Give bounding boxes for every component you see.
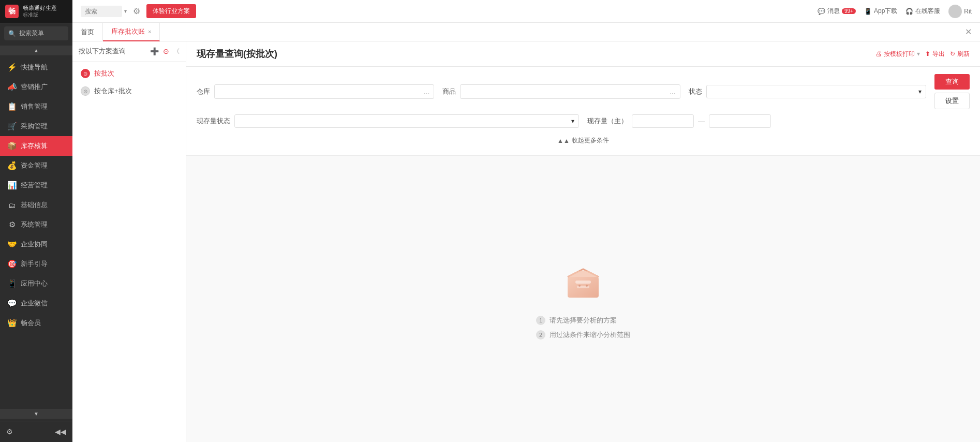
sidebar-item-inventory[interactable]: 📦 库存核算 [0,136,72,156]
plan-item-batch[interactable]: ⊙ 按批次 [72,65,186,82]
left-panel: 按以下方案查询 ➕ ⊙ 《 ⊙ 按批次 ⊙ 按仓库+批次 [72,41,186,442]
inventory-status-select[interactable]: ▾ [234,114,579,128]
sidebar-item-system[interactable]: ⚙ 系统管理 [0,215,72,234]
plan-warehouse-batch-icon: ⊙ [81,86,90,96]
plan-batch-label: 按批次 [94,69,114,78]
settings-btn[interactable]: 设置 [934,93,970,109]
goods-dots-btn[interactable]: ... [670,87,676,96]
filter-inventory-status: 现存量状态 ▾ [197,114,579,128]
status-select[interactable]: ▾ [706,85,926,98]
sidebar-item-marketing[interactable]: 📣 营销推广 [0,77,72,97]
plan-list: ⊙ 按批次 ⊙ 按仓库+批次 [72,62,186,103]
sidebar-item-enterprise[interactable]: 🤝 企业协同 [0,234,72,254]
collapse-filter-icon: ▲▲ [557,137,570,144]
user-menu-btn[interactable]: Rit [948,5,972,18]
topbar-right: 💬 消息 99+ 📱 App下载 🎧 在线客服 Rit [818,5,972,18]
print-dropdown-icon[interactable]: ▾ [917,50,920,57]
sidebar-item-member[interactable]: 👑 畅会员 [0,313,72,333]
inventory-qty-min[interactable] [632,114,694,128]
sidebar-item-quick-nav[interactable]: ⚡ 快捷导航 [0,57,72,77]
sidebar-scroll-down: ▼ [0,407,72,421]
plan-item-warehouse-batch[interactable]: ⊙ 按仓库+批次 [72,82,186,100]
online-service-btn[interactable]: 🎧 在线客服 [905,7,940,16]
sidebar-item-purchase[interactable]: 🛒 采购管理 [0,116,72,136]
sidebar-item-newguide[interactable]: 🎯 新手引导 [0,254,72,274]
svg-point-4 [586,285,588,287]
scroll-down-btn[interactable]: ▼ [0,409,72,419]
topbar-search-area: ▾ [81,6,127,17]
left-panel-actions: ➕ ⊙ 《 [150,47,180,56]
goods-input[interactable]: ... [460,84,680,99]
sidebar-search[interactable]: 🔍 搜索菜单 [4,26,68,40]
message-icon: 💬 [818,8,825,15]
settings-plan-icon[interactable]: ⊙ [163,47,169,55]
sidebar-icon-finance: 💰 [7,161,17,170]
sidebar-item-operation[interactable]: 📊 经营管理 [0,175,72,195]
filter-row-2: 现存量状态 ▾ 现存量（主） — [197,114,970,128]
left-panel-title: 按以下方案查询 [79,47,126,56]
topbar-search-dropdown-icon[interactable]: ▾ [124,8,127,14]
topbar-gear-icon[interactable]: ⚙ [133,6,140,16]
sidebar-header: 畅 畅康通好生意 标准版 [0,0,72,23]
trial-btn[interactable]: 体验行业方案 [146,4,196,18]
tab-inventory-batch[interactable]: 库存批次账 × [103,23,160,41]
topbar-left: ▾ ⚙ 体验行业方案 [81,4,196,18]
add-plan-icon[interactable]: ➕ [150,47,159,55]
tab-home[interactable]: 首页 [72,23,103,41]
collapse-filter-btn[interactable]: ▲▲ 收起更多条件 [197,133,970,148]
sidebar-item-basic[interactable]: 🗂 基础信息 [0,195,72,215]
sidebar-nav: ⚡ 快捷导航 📣 营销推广 📋 销售管理 🛒 采购管理 📦 库存核算 💰 资金管… [0,57,72,407]
scroll-up-btn[interactable]: ▲ [0,46,72,55]
filter-goods: 商品 ... [442,84,680,99]
refresh-icon: ↻ [950,50,955,57]
message-badge: 99+ [842,8,856,14]
print-btn[interactable]: 🖨 按模板打印 ▾ [875,50,920,58]
sidebar-scroll-up: ▲ [0,43,72,57]
empty-state: 1 请先选择要分析的方案 2 用过滤条件来缩小分析范围 [186,156,980,442]
sidebar-icon-newguide: 🎯 [7,259,17,269]
sidebar-item-finance[interactable]: 💰 资金管理 [0,156,72,175]
app-download-btn[interactable]: 📱 App下载 [864,7,897,16]
sidebar-label-member: 畅会员 [21,318,41,328]
sidebar-label-system: 系统管理 [21,220,48,229]
tab-close-btn[interactable]: × [148,28,151,35]
tab-panel-close-btn[interactable]: ✕ [957,27,980,37]
filter-row-1: 仓库 ... 商品 ... [197,74,970,109]
query-btn[interactable]: 查询 [934,74,970,90]
user-avatar [948,5,962,18]
sidebar-icon-appcenter: 📱 [7,279,17,288]
tab-home-label: 首页 [81,27,94,37]
empty-step-1: 1 请先选择要分析的方案 [536,316,630,325]
plan-warehouse-batch-label: 按仓库+批次 [94,86,132,96]
sidebar-item-wechat[interactable]: 💬 企业微信 [0,293,72,313]
sidebar-icon-inventory: 📦 [7,141,17,151]
main-area: ▾ ⚙ 体验行业方案 💬 消息 99+ 📱 App下载 🎧 在线客服 Rit [72,0,980,442]
header-actions: 🖨 按模板打印 ▾ ⬆ 导出 ↻ 刷新 [875,50,970,65]
sidebar-icon-quick-nav: ⚡ [7,63,17,72]
topbar-search-input[interactable] [81,6,122,17]
collapse-sidebar-btn[interactable]: ◀◀ [53,425,68,438]
svg-rect-1 [575,281,591,284]
app-edition: 标准版 [23,11,57,19]
settings-icon[interactable]: ⚙ [4,425,15,438]
sidebar-item-sales[interactable]: 📋 销售管理 [0,97,72,116]
sidebar-label-quick-nav: 快捷导航 [21,63,48,72]
warehouse-input[interactable]: ... [214,84,434,99]
sidebar-label-sales: 销售管理 [21,102,48,111]
sidebar-icon-enterprise: 🤝 [7,240,17,249]
export-btn[interactable]: ⬆ 导出 [925,50,945,58]
sidebar-icon-member: 👑 [7,318,17,328]
sidebar-item-appcenter[interactable]: 📱 应用中心 [0,274,72,293]
sidebar-label-enterprise: 企业协同 [21,240,48,249]
refresh-btn[interactable]: ↻ 刷新 [950,50,970,58]
inventory-qty-separator: — [698,117,705,125]
inventory-qty-max[interactable] [709,114,771,128]
sidebar-icon-operation: 📊 [7,181,17,190]
empty-steps: 1 请先选择要分析的方案 2 用过滤条件来缩小分析范围 [536,316,630,345]
sidebar-label-purchase: 采购管理 [21,122,48,131]
collapse-panel-icon[interactable]: 《 [173,47,180,56]
message-label: 消息 [827,7,840,16]
warehouse-dots-btn[interactable]: ... [424,87,430,96]
sidebar-icon-marketing: 📣 [7,82,17,92]
message-btn[interactable]: 💬 消息 99+ [818,7,856,16]
